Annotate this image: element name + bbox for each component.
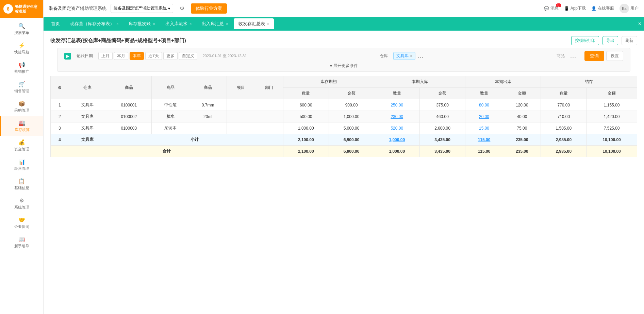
- sidebar-label-sales: 销售管理: [14, 88, 29, 94]
- app-download-item[interactable]: 📱 App下载: [564, 5, 586, 11]
- tab-close-in_out_flow[interactable]: ×: [189, 22, 192, 26]
- sidebar-item-search[interactable]: 🔍搜索菜单: [0, 19, 43, 39]
- date-btn-本月[interactable]: 本月: [114, 52, 128, 60]
- refresh-button[interactable]: 刷新: [622, 36, 637, 45]
- settings-gear-icon[interactable]: ⚙: [177, 4, 187, 13]
- sidebar-item-enterprise[interactable]: 🤝企业协同: [0, 213, 43, 233]
- cell-open-qty: 1,000.00: [283, 122, 329, 134]
- cell-sub-open-amt: 6,900.00: [329, 134, 374, 146]
- date-btn-近7天[interactable]: 近7天: [145, 52, 162, 60]
- sidebar-item-operation[interactable]: 📊经营管理: [0, 155, 43, 175]
- filter-settings-button[interactable]: 设置: [606, 51, 623, 61]
- cell-dept: [255, 99, 283, 111]
- cell-project: [227, 122, 255, 134]
- query-button[interactable]: 查询: [584, 51, 604, 61]
- cell-total-in-qty: 1,000.00: [374, 146, 420, 157]
- sidebar: 6 畅捷通好生意 标准版 🔍搜索菜单⚡快捷导航📢营销推广🛒销售管理📦采购管理🏭库…: [0, 0, 44, 314]
- date-btn-自定义[interactable]: 自定义: [179, 52, 197, 60]
- remove-warehouse[interactable]: ×: [410, 54, 412, 59]
- tab-label-recv_send_summary: 收发存汇总表: [238, 21, 265, 27]
- nav-tab-home[interactable]: 首页: [46, 18, 65, 29]
- cell-bal-amt: 7,525.00: [587, 122, 637, 134]
- logo-icon: 6: [3, 4, 13, 14]
- cell-no: 2: [51, 111, 69, 122]
- subtotal-row: 4 文具库 小计 2,100.00 6,900.00 1,000.00 3,43…: [51, 134, 637, 146]
- cell-out-qty[interactable]: 20.00: [465, 111, 503, 122]
- cell-total-in-amt: 3,435.00: [420, 146, 465, 157]
- goods-more[interactable]: ...: [570, 52, 576, 60]
- nav-tab-in_out_summary[interactable]: 出入库汇总×: [197, 18, 233, 29]
- close-all-tabs[interactable]: ×: [638, 21, 641, 27]
- cell-out-amt: 40.00: [503, 111, 541, 122]
- service-icon: 👤: [591, 6, 596, 11]
- date-btn-更多[interactable]: 更多: [163, 52, 178, 60]
- th-in-qty: 数量: [374, 88, 420, 99]
- nav-tab-in_out_flow[interactable]: 出入库流水×: [161, 18, 196, 29]
- nav-tab-recv_send_summary[interactable]: 收发存汇总表×: [234, 18, 274, 29]
- cell-out-qty[interactable]: 80.00: [465, 99, 503, 111]
- nav-tab-batch_ledger[interactable]: 库存批次账×: [124, 18, 160, 29]
- sidebar-label-marketing: 营销推广: [14, 69, 29, 74]
- nav-tab-stock_dist[interactable]: 现存量（库存分布表）×: [65, 18, 123, 29]
- operation-icon: 📊: [18, 159, 25, 165]
- sidebar-item-sales[interactable]: 🛒销售管理: [0, 78, 43, 97]
- tab-close-stock_dist[interactable]: ×: [116, 22, 118, 26]
- cell-sub-in-amt: 3,435.00: [420, 134, 465, 146]
- tab-close-recv_send_summary[interactable]: ×: [267, 22, 269, 26]
- tab-label-stock_dist: 现存量（库存分布表）: [70, 21, 114, 27]
- th-open-amt: 金额: [329, 88, 374, 99]
- cell-out-qty[interactable]: 15.00: [465, 122, 503, 134]
- sidebar-label-inventory: 库存核算: [15, 127, 30, 132]
- warehouse-more[interactable]: ...: [417, 52, 424, 60]
- sidebar-item-purchase[interactable]: 📦采购管理: [0, 97, 43, 116]
- date-btn-上月[interactable]: 上月: [98, 52, 113, 60]
- online-service-item[interactable]: 👤 在线客服: [591, 5, 614, 11]
- export-button[interactable]: 导出: [602, 36, 618, 45]
- filter-row: ▶ 记账日期 上月本月本年近7天更多自定义 2023-01-01 至 2023-…: [64, 51, 623, 61]
- print-button[interactable]: 按模板打印: [571, 36, 599, 45]
- cell-goods-name: 胶水: [152, 111, 189, 122]
- warehouse-filter: 文具库 × ...: [393, 52, 424, 60]
- cell-in-qty[interactable]: 230.00: [374, 111, 420, 122]
- cell-sub-no: 4: [51, 134, 69, 146]
- th-balance: 结存: [541, 76, 637, 88]
- sidebar-item-system[interactable]: ⚙系统管理: [0, 194, 43, 213]
- download-icon: 📱: [564, 6, 569, 11]
- page-content: 收发存汇总表(按仓库+商品编码+商品+规格型号+项目+部门) 按模板打印 导出 …: [44, 31, 644, 314]
- sidebar-item-quick[interactable]: ⚡快捷导航: [0, 39, 43, 58]
- date-label: 记账日期: [77, 53, 93, 59]
- sidebar-label-basic: 基础信息: [14, 185, 29, 191]
- topbar: 装备及固定资产辅助管理系统 装备及固定资产辅助管理系统 ▾ ⚙ 体验行业方案 💬…: [44, 0, 644, 17]
- cell-project: [227, 111, 255, 122]
- th-settings[interactable]: ⚙: [51, 76, 69, 99]
- expand-button[interactable]: ▾ 展开更多条件: [330, 63, 358, 69]
- sidebar-item-inventory[interactable]: 🏭库存核算: [0, 116, 43, 136]
- user-item[interactable]: Ea 用户: [620, 4, 639, 13]
- sidebar-item-basic[interactable]: 📋基础信息: [0, 175, 43, 194]
- tab-label-batch_ledger: 库存批次账: [129, 21, 151, 27]
- cell-open-amt: 1,000.00: [329, 111, 374, 122]
- sidebar-item-guide[interactable]: 📖新手引导: [0, 233, 43, 252]
- date-buttons: 上月本月本年近7天更多自定义: [98, 52, 197, 60]
- trial-button[interactable]: 体验行业方案: [191, 3, 227, 14]
- tab-close-in_out_summary[interactable]: ×: [226, 22, 228, 26]
- cell-in-qty[interactable]: 520.00: [374, 122, 420, 134]
- sidebar-item-marketing[interactable]: 📢营销推广: [0, 58, 43, 78]
- system-dropdown[interactable]: 装备及固定资产辅助管理系统 ▾: [111, 4, 173, 13]
- sidebar-item-finance[interactable]: 💰资金管理: [0, 136, 43, 155]
- date-btn-本年[interactable]: 本年: [130, 52, 144, 60]
- cell-sub-in-qty: 1,000.00: [374, 134, 420, 146]
- filter-collapse-btn[interactable]: ▶: [64, 53, 71, 60]
- sidebar-label-system: 系统管理: [14, 205, 29, 210]
- cell-sub-open-qty: 2,100.00: [283, 134, 329, 146]
- sidebar-label-enterprise: 企业协同: [14, 224, 29, 229]
- cell-in-qty[interactable]: 250.00: [374, 99, 420, 111]
- cell-sub-bal-qty: 2,985.00: [541, 134, 587, 146]
- cell-total-bal-amt: 10,100.00: [587, 146, 637, 157]
- tab-label-in_out_summary: 出入库汇总: [202, 21, 224, 27]
- page-title: 收发存汇总表(按仓库+商品编码+商品+规格型号+项目+部门): [50, 37, 186, 44]
- tab-close-batch_ledger[interactable]: ×: [153, 22, 155, 26]
- cell-in-amt: 375.00: [420, 99, 465, 111]
- th-open-qty: 数量: [283, 88, 329, 99]
- message-icon-item[interactable]: 💬 消息 6: [544, 5, 559, 11]
